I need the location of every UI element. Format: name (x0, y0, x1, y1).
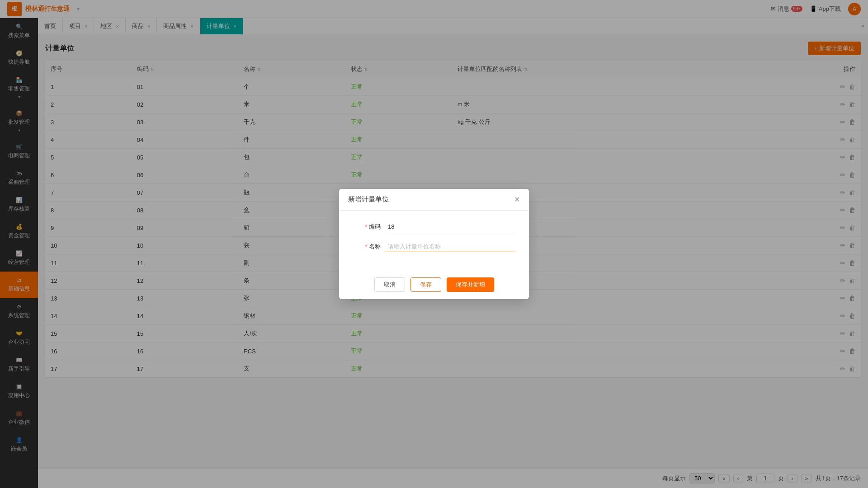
modal-close-button[interactable]: ✕ (514, 195, 520, 204)
code-label: * 编码 (354, 223, 381, 231)
save-and-new-button[interactable]: 保存并新增 (447, 277, 494, 292)
form-item-code: * 编码 (354, 221, 514, 232)
required-star-name: * (365, 243, 367, 250)
cancel-button[interactable]: 取消 (374, 277, 405, 292)
modal-body: * 编码 * 名称 (339, 211, 529, 272)
name-input[interactable] (385, 241, 514, 252)
add-unit-modal: 新增计量单位 ✕ * 编码 * 名称 取消 保存 保存并新增 (339, 189, 529, 299)
modal-overlay: 新增计量单位 ✕ * 编码 * 名称 取消 保存 保存并新增 (0, 0, 868, 488)
required-star: * (365, 223, 367, 230)
code-input[interactable] (385, 221, 514, 232)
modal-title: 新增计量单位 (348, 195, 389, 204)
name-label: * 名称 (354, 243, 381, 251)
modal-footer: 取消 保存 保存并新增 (339, 272, 529, 299)
form-item-name: * 名称 (354, 241, 514, 252)
save-button[interactable]: 保存 (410, 277, 441, 292)
modal-header: 新增计量单位 ✕ (339, 189, 529, 211)
